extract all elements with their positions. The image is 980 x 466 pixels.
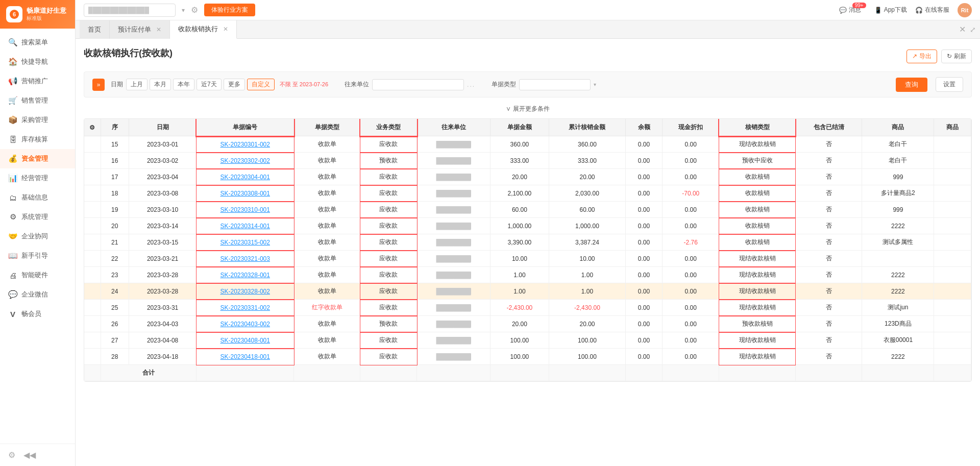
sidebar-item-purchase[interactable]: 📦 采购管理 xyxy=(0,110,75,130)
online-service-button[interactable]: 🎧 在线客服 xyxy=(915,6,949,14)
doc-no-link[interactable]: SK-20230321-003 xyxy=(220,255,270,262)
cell-doc-no[interactable]: SK-20230302-002 xyxy=(197,153,294,169)
sidebar-item-corp[interactable]: 🤝 企业协同 xyxy=(0,227,75,246)
date-btn-custom[interactable]: 自定义 xyxy=(247,79,275,90)
table-row[interactable]: 15 2023-03-01 SK-20230301-002 收款单 应收款 ██… xyxy=(84,136,971,153)
table-row[interactable]: 17 2023-03-04 SK-20230304-001 收款单 应收款 ██… xyxy=(84,169,971,185)
svg-text:6: 6 xyxy=(13,11,16,17)
sidebar-item-quicknav[interactable]: 🏠 快捷导航 xyxy=(0,52,75,71)
cell-doc-no[interactable]: SK-20230321-003 xyxy=(197,251,294,267)
doc-no-link[interactable]: SK-20230304-001 xyxy=(220,174,270,181)
avatar[interactable]: Rit xyxy=(958,3,972,17)
filter-settings-button[interactable]: 设置 xyxy=(936,77,963,92)
topbar-gear-icon[interactable]: ⚙ xyxy=(191,5,198,15)
doc-no-link[interactable]: SK-20230418-001 xyxy=(220,353,270,360)
sidebar-item-operation[interactable]: 📊 经营管理 xyxy=(0,168,75,188)
app-download-button[interactable]: 📱 App下载 xyxy=(874,6,907,14)
table-row[interactable]: 27 2023-04-08 SK-20230408-001 收款单 应收款 ██… xyxy=(84,332,971,349)
sidebar-item-sales[interactable]: 🛒 销售管理 xyxy=(0,91,75,110)
settings-bottom-icon[interactable]: ⚙ xyxy=(8,450,15,460)
sidebar-item-marketing[interactable]: 📢 营销推广 xyxy=(0,71,75,91)
doc-no-link[interactable]: SK-20230308-001 xyxy=(220,190,270,197)
table-row[interactable]: 19 2023-03-10 SK-20230310-001 收款单 应收款 ██… xyxy=(84,202,971,218)
date-btn-7days[interactable]: 近7天 xyxy=(197,79,222,90)
date-btn-thismonth[interactable]: 本月 xyxy=(150,79,171,90)
cell-doc-no[interactable]: SK-20230310-001 xyxy=(197,202,294,218)
table-row[interactable]: 26 2023-04-03 SK-20230403-002 收款单 预收款 ██… xyxy=(84,316,971,332)
cell-balance: 0.00 xyxy=(625,332,662,349)
sidebar-item-basic[interactable]: 🗂 基础信息 xyxy=(0,188,75,207)
cell-gear xyxy=(84,202,101,218)
table-row[interactable]: 18 2023-03-08 SK-20230308-001 收款单 应收款 ██… xyxy=(84,185,971,202)
cell-balance: 0.00 xyxy=(625,316,662,332)
collapse-icon[interactable]: ◀◀ xyxy=(23,450,36,460)
th-settings[interactable]: ⚙ xyxy=(84,119,101,136)
cell-doc-no[interactable]: SK-20230328-002 xyxy=(197,283,294,300)
partner-input[interactable] xyxy=(372,79,464,90)
collection-tab-close-icon[interactable]: ✕ xyxy=(223,26,228,33)
cell-doc-no[interactable]: SK-20230331-002 xyxy=(197,300,294,316)
doc-no-link[interactable]: SK-20230310-001 xyxy=(220,206,270,213)
receipt-type-select[interactable] xyxy=(519,79,591,90)
cell-doc-no[interactable]: SK-20230301-002 xyxy=(197,136,294,153)
sidebar-item-inventory[interactable]: 🗄 库存核算 xyxy=(0,130,75,149)
cell-doc-no[interactable]: SK-20230408-001 xyxy=(197,332,294,349)
date-btn-lastmonth[interactable]: 上月 xyxy=(126,79,148,90)
query-button[interactable]: 查询 xyxy=(896,78,927,92)
doc-no-link[interactable]: SK-20230403-002 xyxy=(220,321,270,328)
sidebar-item-guide[interactable]: 📖 新手引导 xyxy=(0,246,75,265)
sidebar-item-wechat[interactable]: 💬 企业微信 xyxy=(0,285,75,304)
doc-no-link[interactable]: SK-20230328-002 xyxy=(220,288,270,295)
sidebar-item-finance[interactable]: 💰 资金管理 xyxy=(0,149,75,168)
table-row[interactable]: 24 2023-03-28 SK-20230328-002 收款单 应收款 ██… xyxy=(84,283,971,300)
table-row[interactable]: 22 2023-03-21 SK-20230321-003 收款单 应收款 ██… xyxy=(84,251,971,267)
prepay-tab-close-icon[interactable]: ✕ xyxy=(156,26,161,33)
cell-doc-no[interactable]: SK-20230308-001 xyxy=(197,185,294,202)
table-row[interactable]: 25 2023-03-31 SK-20230331-002 红字收款单 应收款 … xyxy=(84,300,971,316)
table-row[interactable]: 21 2023-03-15 SK-20230315-002 收款单 应收款 ██… xyxy=(84,234,971,251)
doc-no-link[interactable]: SK-20230331-002 xyxy=(220,304,270,311)
cell-goods2 xyxy=(934,234,971,251)
doc-no-link[interactable]: SK-20230314-001 xyxy=(220,223,270,230)
tab-prepay[interactable]: 预计应付单 ✕ xyxy=(110,20,170,39)
cell-partner: ████████ xyxy=(417,234,490,251)
table-row[interactable]: 28 2023-04-18 SK-20230418-001 收款单 应收款 ██… xyxy=(84,349,971,365)
date-btn-thisyear[interactable]: 本年 xyxy=(173,79,194,90)
cell-doc-no[interactable]: SK-20230328-001 xyxy=(197,267,294,283)
tab-home[interactable]: 首页 xyxy=(80,20,110,39)
table-row[interactable]: 23 2023-03-28 SK-20230328-001 收款单 应收款 ██… xyxy=(84,267,971,283)
cell-doc-no[interactable]: SK-20230315-002 xyxy=(197,234,294,251)
tab-collection[interactable]: 收款核销执行 ✕ xyxy=(170,20,237,39)
more-conditions-button[interactable]: ∨ 展开更多条件 xyxy=(506,105,549,113)
dropdown-chevron-icon[interactable]: ▾ xyxy=(182,7,185,14)
date-btn-more[interactable]: 更多 xyxy=(224,79,245,90)
sidebar-item-vip[interactable]: V 畅会员 xyxy=(0,304,75,324)
doc-no-link[interactable]: SK-20230315-002 xyxy=(220,239,270,246)
footer-discount xyxy=(663,365,719,381)
cell-doc-no[interactable]: SK-20230403-002 xyxy=(197,316,294,332)
cell-discount: 0.00 xyxy=(663,267,719,283)
cell-doc-no[interactable]: SK-20230418-001 xyxy=(197,349,294,365)
solution-button[interactable]: 体验行业方案 xyxy=(204,4,255,16)
cell-doc-no[interactable]: SK-20230304-001 xyxy=(197,169,294,185)
table-row[interactable]: 16 2023-03-02 SK-20230302-002 收款单 预收款 ██… xyxy=(84,153,971,169)
cell-gear xyxy=(84,267,101,283)
export-button[interactable]: ↗ 导出 xyxy=(906,50,937,63)
sidebar-item-search[interactable]: 🔍 搜索菜单 xyxy=(0,33,75,52)
cell-doc-no[interactable]: SK-20230314-001 xyxy=(197,218,294,234)
refresh-button[interactable]: ↻ 刷新 xyxy=(941,50,972,63)
topbar-search[interactable]: ██████████████ xyxy=(84,4,176,17)
tabbar-expand-icon[interactable]: ⤢ xyxy=(970,26,976,34)
cell-goods2 xyxy=(934,300,971,316)
sidebar-item-system[interactable]: ⚙ 系统管理 xyxy=(0,207,75,227)
messages-button[interactable]: 💬 消息 99+ xyxy=(839,6,861,14)
filter-expand-button[interactable]: » xyxy=(92,79,105,91)
doc-no-link[interactable]: SK-20230302-002 xyxy=(220,157,270,164)
sidebar-item-hardware[interactable]: 🖨 智能硬件 xyxy=(0,265,75,285)
doc-no-link[interactable]: SK-20230328-001 xyxy=(220,272,270,279)
table-row[interactable]: 20 2023-03-14 SK-20230314-001 收款单 应收款 ██… xyxy=(84,218,971,234)
sidebar-item-label: 企业协同 xyxy=(21,232,48,241)
doc-no-link[interactable]: SK-20230301-002 xyxy=(220,141,270,148)
doc-no-link[interactable]: SK-20230408-001 xyxy=(220,337,270,344)
tabbar-close-icon[interactable]: ✕ xyxy=(959,24,966,34)
